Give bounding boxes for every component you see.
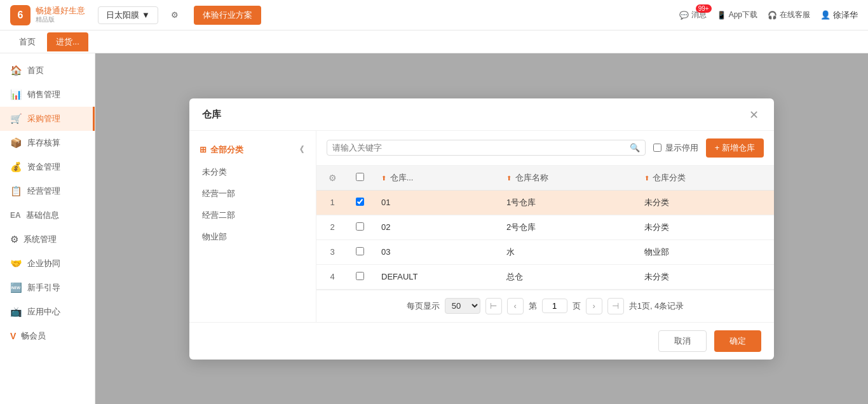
col-code: ⬆ 仓库... <box>374 166 499 191</box>
table-row[interactable]: 4 DEFAULT 总仓 未分类 <box>316 264 774 289</box>
logo-icon: 6 <box>10 5 31 25</box>
sidebar-item-purchase[interactable]: 🛒 采购管理 <box>0 107 95 131</box>
sidebar-item-member[interactable]: V 畅会员 <box>0 324 95 348</box>
enterprise-icon: 🤝 <box>10 258 22 269</box>
row-checkbox-cell[interactable] <box>348 190 374 215</box>
row-checkbox[interactable] <box>356 247 364 255</box>
row-checkbox-cell[interactable] <box>348 239 374 264</box>
sales-icon: 📊 <box>10 89 22 100</box>
right-panel: 🔍 显示停用 + 新增仓库 <box>316 131 774 322</box>
sidebar-item-basic[interactable]: EA 基础信息 <box>0 203 95 227</box>
table-row[interactable]: 1 01 1号仓库 未分类 <box>316 190 774 215</box>
select-all-checkbox[interactable] <box>356 173 364 181</box>
warehouse-table: ⚙ ⬆ 仓库... <box>316 166 774 290</box>
cancel-button[interactable]: 取消 <box>658 330 707 352</box>
sidebar-item-label: 系统管理 <box>24 234 57 245</box>
sidebar-item-guide[interactable]: 🆕 新手引导 <box>0 276 95 300</box>
sort-icon: ⬆ <box>506 175 512 182</box>
header-right: 💬 99+ 消息 📱 App下载 🎧 在线客服 👤 徐泽华 <box>679 10 858 21</box>
sort-icon: ⬆ <box>644 175 649 182</box>
table-row[interactable]: 2 02 2号仓库 未分类 <box>316 215 774 239</box>
page-last-button[interactable]: ⊣ <box>607 298 624 314</box>
search-input[interactable] <box>332 143 626 152</box>
gear-button[interactable]: ⚙ <box>166 6 184 24</box>
row-number: 4 <box>316 264 348 289</box>
new-warehouse-button[interactable]: + 新增仓库 <box>706 138 764 158</box>
sidebar-item-label: 采购管理 <box>27 113 60 125</box>
app-download-button[interactable]: 📱 App下载 <box>717 10 757 20</box>
per-page-label: 每页显示 <box>407 300 440 312</box>
warehouse-modal: 仓库 ✕ ⊞ 全部分类 《 未分类 经营一部 经营二部 <box>189 98 774 360</box>
row-checkbox-cell[interactable] <box>348 264 374 289</box>
page-prev-button[interactable]: ‹ <box>507 298 524 314</box>
modal-close-button[interactable]: ✕ <box>746 107 761 123</box>
system-icon: ⚙ <box>10 234 18 245</box>
page-next-button[interactable]: › <box>586 298 602 314</box>
show-disabled-label[interactable]: 显示停用 <box>653 142 698 154</box>
sidebar-item-inventory[interactable]: 📦 库存核算 <box>0 131 95 155</box>
search-box: 🔍 <box>327 140 646 156</box>
page-first-button[interactable]: ⊢ <box>485 298 502 314</box>
sidebar-item-sales[interactable]: 📊 销售管理 <box>0 83 95 107</box>
search-icon: 🔍 <box>630 143 640 152</box>
user-info[interactable]: 👤 徐泽华 <box>820 10 858 21</box>
service-button[interactable]: 🎧 在线客服 <box>768 10 810 20</box>
row-name: 2号仓库 <box>499 215 636 239</box>
tab-purchase[interactable]: 进货... <box>47 32 88 51</box>
inventory-icon: 📦 <box>10 137 22 149</box>
tab-home[interactable]: 首页 <box>10 32 44 51</box>
sidebar-item-label: 销售管理 <box>27 89 60 100</box>
category-panel: ⊞ 全部分类 《 未分类 经营一部 经营二部 物业部 <box>189 131 316 322</box>
row-category: 未分类 <box>637 215 775 239</box>
row-checkbox[interactable] <box>356 222 364 231</box>
modal-overlay: 仓库 ✕ ⊞ 全部分类 《 未分类 经营一部 经营二部 <box>95 53 868 404</box>
page-input[interactable] <box>542 299 567 313</box>
guide-icon: 🆕 <box>10 282 22 293</box>
message-button[interactable]: 💬 99+ 消息 <box>679 10 707 20</box>
modal-title: 仓库 <box>202 109 221 121</box>
all-categories-header[interactable]: ⊞ 全部分类 《 <box>189 138 316 161</box>
row-checkbox[interactable] <box>356 198 364 206</box>
modal-toolbar: 🔍 显示停用 + 新增仓库 <box>316 131 774 166</box>
finance-icon: 💰 <box>10 161 22 173</box>
row-name: 总仓 <box>499 264 636 289</box>
show-disabled-checkbox[interactable] <box>653 144 661 152</box>
confirm-button[interactable]: 确定 <box>714 330 761 352</box>
page-total-info: 共1页, 4条记录 <box>629 300 684 312</box>
col-settings: ⚙ <box>316 166 348 191</box>
sidebar-item-operation[interactable]: 📋 经营管理 <box>0 179 95 203</box>
sidebar-item-finance[interactable]: 💰 资金管理 <box>0 155 95 179</box>
sidebar-item-label: 应用中心 <box>27 306 60 318</box>
sidebar-item-label: 资金管理 <box>27 161 60 173</box>
category-item-unclassified[interactable]: 未分类 <box>189 161 316 183</box>
row-checkbox[interactable] <box>356 272 364 280</box>
sidebar-item-label: 经营管理 <box>27 185 60 197</box>
store-selector[interactable]: 日太阳膜 ▼ <box>98 6 158 24</box>
table-row[interactable]: 3 03 水 物业部 <box>316 239 774 264</box>
content-area: 仓库 ✕ ⊞ 全部分类 《 未分类 经营一部 经营二部 <box>95 53 868 404</box>
sidebar-item-apps[interactable]: 📺 应用中心 <box>0 300 95 324</box>
sidebar-item-home[interactable]: 🏠 首页 <box>0 58 95 83</box>
sidebar-item-system[interactable]: ⚙ 系统管理 <box>0 227 95 252</box>
sort-icon: ⬆ <box>381 175 386 182</box>
top-header: 6 畅捷通好生意 精品版 日太阳膜 ▼ ⚙ 体验行业方案 💬 99+ 消息 📱 … <box>0 0 868 30</box>
page-label: 第 <box>529 300 537 312</box>
operation-icon: 📋 <box>10 185 22 197</box>
col-category: ⬆ 仓库分类 <box>637 166 775 191</box>
sidebar: 🏠 首页 📊 销售管理 🛒 采购管理 📦 库存核算 💰 资金管理 📋 经营管理 … <box>0 53 95 404</box>
category-item-property[interactable]: 物业部 <box>189 226 316 248</box>
sidebar-item-enterprise[interactable]: 🤝 企业协同 <box>0 252 95 276</box>
row-code: 02 <box>374 215 499 239</box>
category-item-operation1[interactable]: 经营一部 <box>189 183 316 205</box>
modal-footer: 取消 确定 <box>189 322 774 360</box>
collapse-button[interactable]: 《 <box>293 144 306 156</box>
row-category: 未分类 <box>637 264 775 289</box>
logo-name: 畅捷通好生意 <box>36 6 85 16</box>
experience-button[interactable]: 体验行业方案 <box>194 6 261 25</box>
modal-header: 仓库 ✕ <box>189 98 774 131</box>
row-checkbox-cell[interactable] <box>348 215 374 239</box>
category-item-operation2[interactable]: 经营二部 <box>189 205 316 226</box>
logo-sub: 精品版 <box>36 15 85 24</box>
pagination: 每页显示 50 10 20 100 ⊢ ‹ 第 页 <box>316 290 774 322</box>
per-page-select[interactable]: 50 10 20 100 <box>445 298 480 314</box>
